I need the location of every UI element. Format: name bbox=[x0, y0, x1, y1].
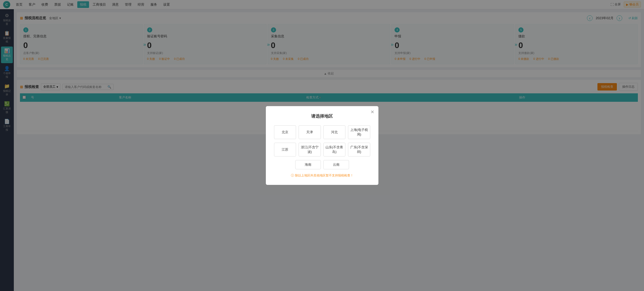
region-btn-yunnan[interactable]: 云南 bbox=[323, 160, 349, 169]
region-grid-row3: 海南 云南 bbox=[274, 160, 370, 169]
modal-close-button[interactable]: ✕ bbox=[370, 109, 374, 115]
region-btn-hainan[interactable]: 海南 bbox=[295, 160, 321, 169]
region-btn-shandong[interactable]: 山东(不含青岛) bbox=[323, 143, 346, 156]
region-btn-beijing[interactable]: 北京 bbox=[274, 125, 296, 139]
warning-icon: ⓘ bbox=[291, 173, 294, 178]
region-btn-tianjin[interactable]: 天津 bbox=[299, 125, 321, 139]
region-btn-hebei[interactable]: 河北 bbox=[323, 125, 346, 139]
region-btn-zhejiang[interactable]: 浙江(不含宁波) bbox=[299, 143, 321, 156]
modal-overlay[interactable]: ✕ 请选择地区 北京 天津 河北 上海(电子税局) 江苏 浙江(不含宁波) 山东… bbox=[0, 0, 644, 291]
region-btn-jiangsu[interactable]: 江苏 bbox=[274, 143, 296, 156]
region-grid-row1: 北京 天津 河北 上海(电子税局) bbox=[274, 125, 370, 139]
region-select-modal: ✕ 请选择地区 北京 天津 河北 上海(电子税局) 江苏 浙江(不含宁波) 山东… bbox=[266, 106, 378, 185]
region-btn-shanghai[interactable]: 上海(电子税局) bbox=[348, 125, 370, 139]
region-grid-row2: 江苏 浙江(不含宁波) 山东(不含青岛) 广东(不含深圳) bbox=[274, 143, 370, 156]
warning-text: 除以上地区外其他地区暂不支持报税检查！ bbox=[295, 173, 353, 178]
modal-warning: ⓘ 除以上地区外其他地区暂不支持报税检查！ bbox=[274, 173, 370, 178]
region-btn-guangdong[interactable]: 广东(不含深圳) bbox=[348, 143, 370, 156]
modal-title: 请选择地区 bbox=[274, 113, 370, 119]
